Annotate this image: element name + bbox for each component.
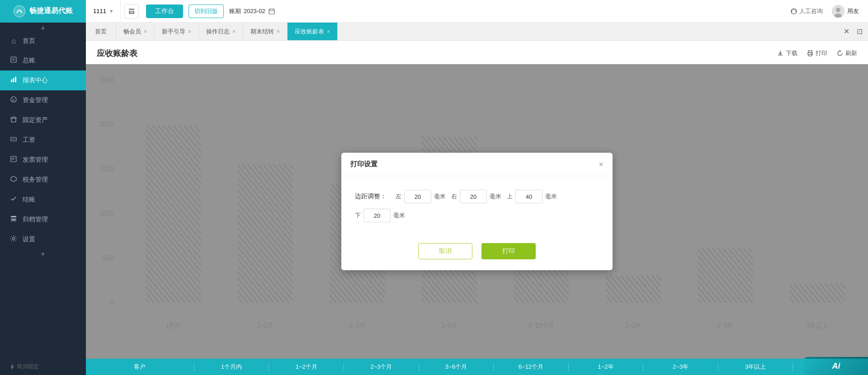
avatar <box>832 5 844 18</box>
sidebar-item-settings[interactable]: 设置 <box>0 230 86 249</box>
tab-oplog[interactable]: 操作日志 × <box>199 23 243 40</box>
margin-label: 边距调整： <box>355 192 387 201</box>
logo-area: 畅捷通易代账 <box>0 0 86 23</box>
settings-icon <box>9 235 18 244</box>
workbench-button[interactable]: 工作台 <box>146 5 183 18</box>
tab-vip[interactable]: 畅会员 × <box>116 23 155 40</box>
download-action[interactable]: 下载 <box>777 49 797 57</box>
tab-expand-button[interactable]: ⊡ <box>855 25 864 38</box>
support-link[interactable]: 人工咨询 <box>790 7 823 15</box>
margin-right-group: 右 毫米 <box>451 190 501 203</box>
checkout-icon <box>9 195 18 204</box>
sidebar-item-home[interactable]: ⌂ 首页 <box>0 32 86 51</box>
sidebar-item-funds[interactable]: ¥ 资金管理 <box>0 90 86 110</box>
company-dropdown-icon[interactable]: ▾ <box>110 8 113 14</box>
user-area[interactable]: 用友 <box>832 5 859 18</box>
tab-guide[interactable]: 新手引导 × <box>155 23 199 40</box>
assets-icon <box>9 116 18 125</box>
sidebar-label-tax: 税务管理 <box>23 176 48 184</box>
margin-left-label: 左 <box>396 192 401 201</box>
svg-point-32 <box>11 366 14 368</box>
page-title: 应收账龄表 <box>97 48 137 59</box>
sidebar-item-assets[interactable]: 固定资产 <box>0 110 86 130</box>
svg-rect-17 <box>11 80 12 82</box>
tab-aging-label: 应收账龄表 <box>295 28 324 36</box>
calendar-icon[interactable] <box>268 8 275 15</box>
tab-vip-close[interactable]: × <box>144 28 147 35</box>
margin-top-input[interactable] <box>515 190 542 203</box>
svg-point-38 <box>811 53 812 54</box>
margin-top-unit: 毫米 <box>545 192 557 201</box>
print-settings-modal: 打印设置 × 边距调整： 左 毫米 <box>341 153 613 270</box>
tab-aging-close[interactable]: × <box>327 28 330 35</box>
cancel-button[interactable]: 取消 <box>418 243 472 259</box>
sidebar-item-archive[interactable]: 归档管理 <box>0 210 86 230</box>
print-action[interactable]: 打印 <box>807 49 827 57</box>
modal-footer: 取消 打印 <box>341 236 613 270</box>
margin-left-input[interactable] <box>404 190 431 203</box>
bottom-table-header: 客户 1个月内 1~2个月 2~3个月 3~6个月 6~12个月 1~2年 2~… <box>86 359 868 375</box>
table-header-12m: 1~2个月 <box>269 363 344 371</box>
sidebar-label-reports: 报表中心 <box>23 76 48 84</box>
reports-icon <box>9 76 18 85</box>
tab-oplog-label: 操作日志 <box>206 28 230 36</box>
tab-close-button[interactable]: ✕ <box>842 25 851 38</box>
company-name: 1111 <box>93 8 106 14</box>
refresh-action[interactable]: 刷新 <box>836 49 857 57</box>
period-value: 2023-02 <box>244 8 265 14</box>
sidebar-item-ledger[interactable]: 总账 <box>0 51 86 70</box>
margin-top-label: 上 <box>507 192 513 201</box>
period-area: 账期 2023-02 <box>229 7 275 15</box>
switch-old-button[interactable]: 切到旧版 <box>189 5 224 18</box>
modal-overlay: 打印设置 × 边距调整： 左 毫米 <box>86 64 868 359</box>
page-content: 应收账龄表 下载 <box>86 41 868 375</box>
sidebar-item-checkout[interactable]: 结账 <box>0 190 86 210</box>
margin-top-group: 上 毫米 <box>507 190 557 203</box>
tab-aging[interactable]: 应收账龄表 × <box>288 23 338 40</box>
content-area: 首页 畅会员 × 新手引导 × 操作日志 × 期末结转 × 应收账龄表 × <box>86 23 868 375</box>
sidebar-item-payroll[interactable]: 工资 <box>0 130 86 150</box>
tab-period-close[interactable]: × <box>277 28 280 35</box>
svg-rect-28 <box>11 216 16 217</box>
modal-header: 打印设置 × <box>341 153 613 176</box>
sidebar: ▲ ⌂ 首页 总账 报表中心 ¥ 资金管理 固定资产 <box>0 23 86 375</box>
table-header-12y: 1~2年 <box>569 363 644 371</box>
chart-area: 0 500 1000 1500 2000 2500 1月内 <box>86 64 868 359</box>
tab-guide-close[interactable]: × <box>188 28 191 35</box>
table-header-612m: 6~12个月 <box>494 363 569 371</box>
tabs-bar: 首页 畅会员 × 新手引导 × 操作日志 × 期末结转 × 应收账龄表 × <box>86 23 868 41</box>
margin-bottom-input[interactable] <box>363 209 391 222</box>
ai-badge-label: Ai <box>832 361 840 371</box>
margin-left-group: 左 毫米 <box>396 190 446 203</box>
sidebar-scroll-up[interactable]: ▲ <box>0 23 86 32</box>
download-icon <box>777 50 784 57</box>
sidebar-label-payroll: 工资 <box>23 136 35 144</box>
sidebar-item-tax[interactable]: 税务管理 <box>0 170 86 190</box>
svg-rect-30 <box>12 219 15 220</box>
funds-icon: ¥ <box>9 96 18 105</box>
company-selector[interactable]: 1111 ▾ <box>86 0 121 22</box>
svg-point-0 <box>14 5 25 17</box>
page-actions: 下载 打印 <box>777 49 857 57</box>
ai-badge[interactable]: Ai <box>804 357 868 375</box>
download-label: 下载 <box>786 49 797 57</box>
sidebar-item-invoice[interactable]: 发票管理 <box>0 150 86 170</box>
archive-icon-button[interactable] <box>124 4 139 19</box>
sidebar-item-reports[interactable]: 报表中心 <box>0 70 86 90</box>
tab-home[interactable]: 首页 <box>86 23 116 40</box>
header-right: 人工咨询 用友 <box>790 5 868 18</box>
tab-period[interactable]: 期末结转 × <box>243 23 288 40</box>
svg-text:¥: ¥ <box>12 98 14 102</box>
main-layout: ▲ ⌂ 首页 总账 报表中心 ¥ 资金管理 固定资产 <box>0 23 868 375</box>
headset-icon <box>790 8 797 15</box>
table-header-customer: 客户 <box>86 363 194 371</box>
sidebar-scroll-down[interactable]: ▼ <box>0 249 86 258</box>
svg-point-31 <box>13 238 15 240</box>
tab-oplog-close[interactable]: × <box>232 28 236 35</box>
margin-right-input[interactable] <box>460 190 487 203</box>
sidebar-collapse-btn[interactable]: 取消固定 <box>0 358 86 375</box>
sidebar-label-assets: 固定资产 <box>23 116 48 124</box>
modal-close-button[interactable]: × <box>599 160 604 169</box>
print-button[interactable]: 打印 <box>481 243 536 259</box>
sidebar-label-home: 首页 <box>23 37 35 45</box>
